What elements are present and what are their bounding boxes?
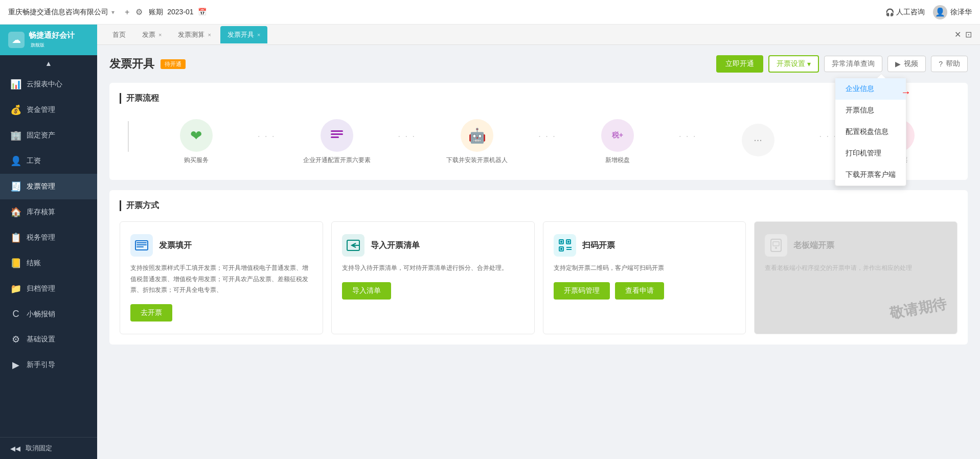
tab-invoice-issue-label: 发票开具 — [227, 30, 254, 39]
headset-icon: 🎧 — [885, 8, 894, 16]
fixed-assets-icon: 🏢 — [10, 130, 21, 141]
flow-step-more: ··· — [699, 124, 817, 160]
tab-home[interactable]: 首页 — [105, 26, 133, 43]
dots-3: · · · — [538, 131, 556, 142]
video-label: 视频 — [904, 59, 918, 68]
page-header: 发票开具 待开通 立即开通 开票设置 ▾ 异常清单查询 ▶ 视频 — [109, 55, 968, 73]
sidebar-bottom-label: 取消固定 — [26, 444, 52, 453]
invoice-settings-button[interactable]: 开票设置 ▾ — [768, 55, 819, 73]
consult-button[interactable]: 🎧 人工咨询 — [885, 8, 925, 17]
tab-invoice-calc[interactable]: 发票测算 × — [171, 26, 218, 43]
tab-invoice-issue-close[interactable]: × — [257, 32, 260, 38]
sidebar-label-fixed-assets: 固定资产 — [27, 131, 55, 140]
red-arrow-icon: → — [901, 86, 911, 98]
sidebar-label-checkout: 结账 — [27, 259, 41, 268]
invoice-icon: 🧾 — [10, 181, 21, 192]
svg-rect-16 — [560, 241, 562, 243]
status-badge: 待开通 — [161, 59, 186, 69]
sidebar-item-archive[interactable]: 📁 归档管理 — [0, 276, 97, 302]
tab-invoice-close[interactable]: × — [158, 32, 162, 38]
sidebar-label-invoice: 发票管理 — [27, 182, 55, 191]
fill-desc: 支持按照发票样式手工填开发票；可开具增值税电子普通发票、增值税普通发票、增值税专… — [130, 263, 312, 296]
flow-step-tax-disk: 税+ 新增税盘 — [558, 119, 677, 165]
video-button[interactable]: ▶ 视频 — [887, 56, 926, 72]
configure-label: 企业开通配置开票六要素 — [303, 156, 371, 165]
import-list-button[interactable]: 导入清单 — [342, 282, 391, 300]
sidebar-item-fixed-assets[interactable]: 🏢 固定资产 — [0, 123, 97, 148]
play-icon: ▶ — [895, 60, 901, 68]
scan-title: 扫码开票 — [582, 240, 615, 251]
tab-invoice-calc-close[interactable]: × — [208, 32, 211, 38]
view-application-button[interactable]: 查看申请 — [615, 282, 664, 300]
dots-1: · · · — [258, 131, 276, 142]
tax-disk-label: 配置税盘信息 — [846, 127, 888, 135]
question-icon: ? — [939, 60, 943, 68]
settings-button[interactable]: ⚙ — [135, 7, 143, 17]
dropdown-item-download-client[interactable]: 下载开票客户端 — [835, 164, 906, 186]
svg-rect-18 — [560, 248, 562, 250]
invoice-info-label: 开票信息 — [846, 106, 874, 114]
anomaly-list-button[interactable]: 异常清单查询 — [824, 56, 882, 72]
download-icon: 🤖 — [461, 119, 493, 152]
chevron-down-icon: ▾ — [807, 60, 811, 68]
scan-code-management-button[interactable]: 开票码管理 — [554, 282, 610, 300]
sidebar-label-inventory: 库存核算 — [27, 208, 55, 217]
boss-icon — [765, 234, 787, 257]
sidebar-label-guide: 新手引导 — [27, 360, 55, 370]
sidebar-item-fund[interactable]: 💰 资金管理 — [0, 97, 97, 123]
configure-icon — [321, 119, 353, 152]
anomaly-list-label: 异常清单查询 — [832, 59, 875, 68]
dropdown-item-tax-disk[interactable]: 配置税盘信息 — [835, 121, 906, 143]
svg-rect-8 — [136, 242, 147, 243]
sidebar-unpin-button[interactable]: ◀◀ 取消固定 — [0, 437, 97, 459]
user-info[interactable]: 👤 徐泽华 — [933, 5, 972, 19]
flow-section-title: 开票流程 — [120, 93, 958, 104]
fill-invoice-button[interactable]: 去开票 — [130, 304, 172, 322]
page-header-right: 立即开通 开票设置 ▾ 异常清单查询 ▶ 视频 ? 帮助 — [716, 55, 968, 73]
company-selector[interactable]: 重庆畅捷交通信息咨询有限公司 ▾ — [8, 8, 115, 17]
period-label: 账期 2023-01 📅 — [149, 8, 206, 17]
svg-rect-20 — [566, 249, 572, 250]
svg-rect-1 — [331, 133, 343, 135]
sidebar-scroll-up[interactable]: ▲ — [0, 55, 97, 72]
tab-invoice[interactable]: 发票 × — [135, 26, 169, 43]
tab-invoice-issue[interactable]: 发票开具 × — [220, 26, 267, 43]
tab-invoice-label: 发票 — [142, 30, 155, 39]
svg-rect-22 — [773, 242, 779, 246]
flow-step-download: 🤖 下载并安装开票机器人 — [418, 119, 536, 165]
sidebar-item-cloud-report[interactable]: 📊 云报表中心 — [0, 72, 97, 97]
dropdown-item-invoice-info[interactable]: 开票信息 — [835, 100, 906, 121]
sidebar-item-expense[interactable]: C 小畅报销 — [0, 302, 97, 327]
svg-rect-17 — [567, 241, 569, 243]
tab-close-all-button[interactable]: ✕ — [954, 30, 961, 39]
activate-button[interactable]: 立即开通 — [716, 55, 763, 73]
top-bar-actions: + ⚙ 账期 2023-01 📅 — [125, 7, 207, 17]
main-content: 首页 发票 × 发票测算 × 发票开具 × ✕ ⊡ 发票开具 — [97, 25, 980, 459]
main-layout: ☁ 畅捷通好会计 旗舰版 ▲ 📊 云报表中心 💰 资金管理 🏢 固定资产 👤 工… — [0, 25, 980, 459]
svg-rect-2 — [331, 136, 339, 138]
scan-icon — [554, 234, 576, 257]
import-title: 导入开票清单 — [371, 240, 420, 251]
sidebar-item-inventory[interactable]: 🏠 库存核算 — [0, 199, 97, 225]
import-icon — [342, 234, 364, 257]
sidebar-item-checkout[interactable]: 📒 结账 — [0, 250, 97, 276]
sidebar-label-cloud-report: 云报表中心 — [27, 80, 62, 89]
tab-expand-button[interactable]: ⊡ — [965, 30, 972, 39]
sidebar-item-invoice[interactable]: 🧾 发票管理 — [0, 174, 97, 199]
sidebar-item-settings[interactable]: ⚙ 基础设置 — [0, 327, 97, 352]
sidebar-item-salary[interactable]: 👤 工资 — [0, 148, 97, 174]
dropdown-item-company-info[interactable]: 企业信息 → — [835, 78, 906, 100]
dropdown-item-printer[interactable]: 打印机管理 — [835, 143, 906, 164]
tab-invoice-calc-label: 发票测算 — [178, 30, 204, 39]
help-button[interactable]: ? 帮助 — [931, 56, 968, 72]
printer-label: 打印机管理 — [846, 149, 881, 157]
add-tab-button[interactable]: + — [125, 8, 129, 17]
tax-icon: 📋 — [10, 232, 21, 243]
buy-service-label: 购买服务 — [184, 156, 209, 165]
billing-section-title: 开票方式 — [120, 200, 958, 211]
sidebar-item-guide[interactable]: ▶ 新手引导 — [0, 352, 97, 378]
download-label: 下载并安装开票机器人 — [446, 156, 508, 165]
sidebar-item-tax[interactable]: 📋 税务管理 — [0, 225, 97, 250]
dropdown-arrow — [877, 74, 885, 78]
sidebar-label-fund: 资金管理 — [27, 105, 55, 114]
